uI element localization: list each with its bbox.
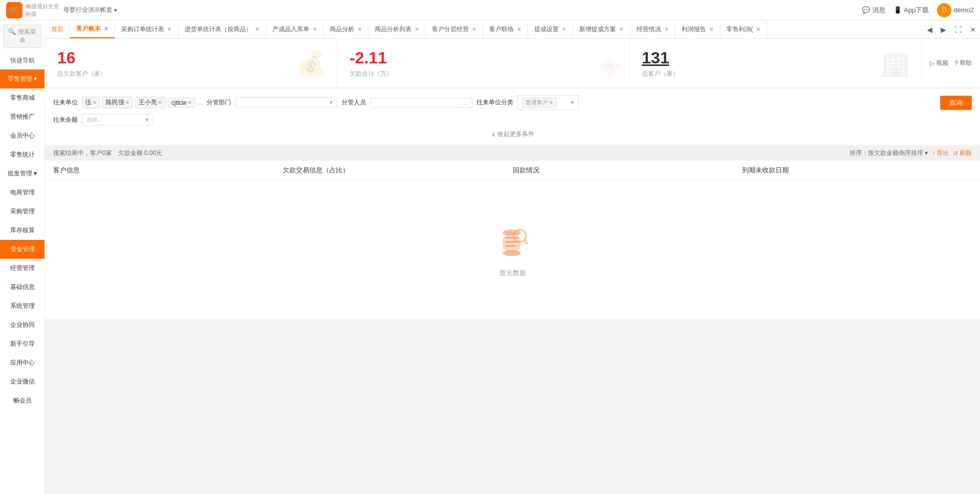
balance-filter-label: 往来余额 bbox=[53, 116, 78, 124]
tab-cost-inbound[interactable]: 产成品入库单 ✕ bbox=[266, 21, 324, 38]
logo-icon: 🛒 bbox=[6, 2, 22, 18]
search-result-text: 搜索结果中，客户0家 bbox=[53, 149, 112, 158]
tab-customer-tier[interactable]: 客户分层经营 ✕ bbox=[426, 21, 483, 38]
sidebar-item-retail-mgmt[interactable]: 零售管理 ▾ bbox=[0, 70, 44, 88]
sidebar-item-app-center[interactable]: 应用中心 bbox=[0, 353, 44, 372]
tab-accounts-receivable[interactable]: 客户账本 ✕ bbox=[70, 20, 115, 38]
tab-inbound-stats[interactable]: 进货单统计表（按商品） ✕ bbox=[178, 21, 266, 38]
tab-retail-profit[interactable]: 零售利润( ✕ bbox=[720, 21, 767, 38]
tab-close-icon[interactable]: ✕ bbox=[664, 26, 669, 33]
app-download-button[interactable]: 📱 App下载 bbox=[894, 6, 929, 15]
tabs-fullscreen-button[interactable]: ⛶ bbox=[950, 24, 966, 36]
sort-text: 排序：按欠款金额倒序排序 bbox=[850, 149, 923, 156]
sidebar-item-new-guide[interactable]: 新手引导 bbox=[0, 334, 44, 353]
staff-more[interactable]: ... bbox=[463, 100, 468, 106]
collapse-button[interactable]: ∧ 收起更多条件 bbox=[491, 130, 534, 139]
dept-select[interactable]: ▾ bbox=[235, 97, 337, 108]
sidebar-item-enterprise-collab[interactable]: 企业协同 bbox=[0, 316, 44, 334]
tabs-next-button[interactable]: ▶ bbox=[937, 24, 950, 36]
tab-close-icon[interactable]: ✕ bbox=[167, 26, 172, 33]
export-button[interactable]: ↑ 导出 bbox=[932, 149, 949, 158]
tag-close-icon[interactable]: ✕ bbox=[188, 100, 192, 105]
filter-more-button[interactable]: ... bbox=[197, 99, 202, 106]
sidebar-item-label: 企业微信 bbox=[10, 378, 35, 385]
filter-tag-wang[interactable]: 王小亮 ✕ bbox=[135, 97, 166, 108]
tab-customer-contact[interactable]: 客户联络 ✕ bbox=[483, 21, 528, 38]
tabs-prev-button[interactable]: ◀ bbox=[923, 24, 937, 36]
tabs-close-all-button[interactable]: ✕ bbox=[966, 24, 980, 36]
tab-suggest-settings[interactable]: 提成设置 ✕ bbox=[528, 21, 573, 38]
tab-close-icon[interactable]: ✕ bbox=[312, 26, 317, 33]
tab-close-icon[interactable]: ✕ bbox=[357, 26, 362, 33]
tag-close-icon[interactable]: ✕ bbox=[549, 100, 553, 105]
sidebar-item-enterprise-wechat[interactable]: 企业微信 bbox=[0, 372, 44, 391]
tab-label: 利润报告 bbox=[681, 25, 706, 34]
message-icon: 💬 bbox=[862, 6, 870, 14]
tab-close-icon[interactable]: ✕ bbox=[104, 26, 108, 32]
staff-select[interactable]: ... bbox=[370, 98, 472, 108]
tab-close-icon[interactable]: ✕ bbox=[517, 26, 521, 33]
logo-text: 畅捷通好生意 标版 bbox=[26, 3, 59, 17]
avatar: D bbox=[937, 3, 951, 17]
sidebar-item-retail-mall[interactable]: 零售商城 bbox=[0, 88, 44, 107]
workspace-selector[interactable]: 母婴行业演示帐套 ▾ bbox=[63, 6, 117, 14]
filter-tag-ordinary[interactable]: 普通客户 ✕ bbox=[522, 97, 557, 108]
tab-product-analysis[interactable]: 商品分析 ✕ bbox=[324, 21, 369, 38]
total-customers-value[interactable]: 131 bbox=[642, 48, 669, 68]
empty-state: 暂元数据 bbox=[45, 181, 980, 319]
tab-home[interactable]: 首页 bbox=[45, 21, 70, 38]
refresh-button[interactable]: ↺ 刷新 bbox=[953, 149, 972, 158]
tab-close-icon[interactable]: ✕ bbox=[562, 26, 566, 33]
sidebar-item-system[interactable]: 系统管理 bbox=[0, 297, 44, 316]
tab-purchase-stats[interactable]: 采购订单统计表 ✕ bbox=[115, 21, 178, 38]
sidebar-search-button[interactable]: 🔍 搜索菜单 bbox=[3, 25, 41, 48]
tab-operations-status[interactable]: 经营情况 ✕ bbox=[630, 21, 675, 38]
sidebar-item-basic-info[interactable]: 基础信息 bbox=[0, 278, 44, 297]
sidebar-search-area: 🔍 搜索菜单 bbox=[0, 20, 44, 52]
filter-tag-chen[interactable]: 陈民强 ✕ bbox=[102, 97, 133, 108]
sidebar-item-member[interactable]: 会员中心 bbox=[0, 126, 44, 145]
table-wrap: 客户信息 欠款交易信息（占比） 回款情况 到期未收款日期 bbox=[45, 161, 980, 319]
user-menu[interactable]: D demo2 bbox=[937, 3, 974, 17]
help-button[interactable]: ? 帮助 bbox=[954, 59, 972, 68]
staff-filter-label: 分管人员 bbox=[341, 98, 366, 107]
sidebar-item-finance[interactable]: 资金管理 bbox=[0, 240, 44, 259]
sidebar-item-label: 零售统计 bbox=[10, 151, 35, 158]
tab-profit-report[interactable]: 利润报告 ✕ bbox=[675, 21, 720, 38]
tab-close-icon[interactable]: ✕ bbox=[756, 26, 761, 33]
sidebar-item-purchase[interactable]: 采购管理 bbox=[0, 202, 44, 221]
sidebar-item-retail-stats[interactable]: 零售统计 bbox=[0, 145, 44, 164]
sidebar-item-vip-member[interactable]: 畅会员 bbox=[0, 391, 44, 410]
debt-bg-icon: ◈ bbox=[600, 49, 619, 78]
tab-label: 客户分层经营 bbox=[432, 25, 469, 34]
tab-close-icon[interactable]: ✕ bbox=[415, 26, 419, 33]
tag-close-icon[interactable]: ✕ bbox=[125, 100, 129, 105]
quick-nav-button[interactable]: 快捷导航 bbox=[0, 52, 44, 70]
tag-close-icon[interactable]: ✕ bbox=[158, 100, 162, 105]
sort-arrow-icon[interactable]: ▾ bbox=[925, 149, 928, 156]
result-bar-left: 搜索结果中，客户0家 欠款金额 0.00元 bbox=[53, 149, 162, 158]
tag-label: 陈民强 bbox=[106, 98, 124, 107]
balance-select[interactable]: 选择... ▾ bbox=[82, 114, 153, 126]
sidebar-item-ecommerce[interactable]: 电商管理 bbox=[0, 183, 44, 202]
tab-product-analysis-list[interactable]: 商品分析列表 ✕ bbox=[369, 21, 426, 38]
tab-new-suggest[interactable]: 新增提成方案 ✕ bbox=[573, 21, 630, 38]
filter-row-1: 往来单位 伍 ✕ 陈民强 ✕ 王小亮 ✕ bbox=[53, 95, 972, 110]
tab-close-icon[interactable]: ✕ bbox=[472, 26, 476, 33]
sidebar-item-marketing[interactable]: 营销推广 bbox=[0, 107, 44, 126]
sidebar-item-wholesale[interactable]: 批发管理 ▾ bbox=[0, 164, 44, 183]
unit-type-select[interactable]: 普通客户 ✕ ▾ bbox=[517, 95, 579, 110]
filter-tag-wu[interactable]: 伍 ✕ bbox=[82, 97, 100, 108]
search-button[interactable]: 查询 bbox=[940, 96, 972, 110]
empty-text: 暂元数据 bbox=[499, 268, 526, 278]
sidebar-item-operations[interactable]: 经营管理 bbox=[0, 259, 44, 278]
tab-close-icon[interactable]: ✕ bbox=[255, 26, 260, 33]
tag-close-icon[interactable]: ✕ bbox=[93, 100, 97, 105]
message-button[interactable]: 💬 消息 bbox=[862, 6, 885, 15]
sidebar: 🔍 搜索菜单 快捷导航 零售管理 ▾ 零售商城 营销推广 会员中心 零售统计 批… bbox=[0, 20, 45, 494]
video-button[interactable]: ▷ 视频 bbox=[930, 59, 948, 68]
sidebar-item-inventory[interactable]: 库存核算 bbox=[0, 221, 44, 240]
filter-tag-cjttcw[interactable]: cjttcw ✕ bbox=[168, 98, 195, 108]
tab-close-icon[interactable]: ✕ bbox=[709, 26, 714, 33]
tab-close-icon[interactable]: ✕ bbox=[619, 26, 624, 33]
